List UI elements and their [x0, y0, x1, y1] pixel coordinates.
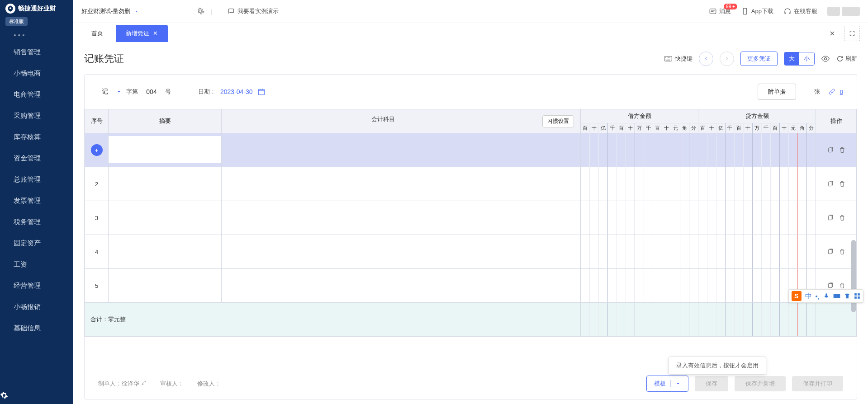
project-selector[interactable]: 好业财测试-量勿删 — [81, 7, 190, 15]
nav-item-basic[interactable]: 基础信息 — [0, 318, 73, 339]
nav-item-expense[interactable]: 小畅报销 — [0, 296, 73, 318]
nav-item-invoice[interactable]: 发票管理 — [0, 190, 73, 211]
ime-toolbox-icon[interactable] — [854, 293, 860, 299]
credit-cell[interactable] — [698, 167, 816, 201]
svg-rect-2 — [743, 8, 747, 14]
copy-row-icon[interactable] — [827, 180, 834, 188]
template-button[interactable]: 模板 — [646, 376, 688, 392]
summary-input[interactable] — [109, 136, 221, 163]
calendar-icon[interactable] — [257, 88, 266, 96]
voucher-number[interactable]: 004 — [142, 87, 161, 96]
summary-cell[interactable] — [109, 167, 222, 201]
voucher-card: 记 字第 004 号 日期： 2023-04-30 附单据 张 — [84, 74, 857, 399]
demo-link[interactable]: 我要看实例演示 — [228, 7, 279, 15]
delete-row-icon[interactable] — [839, 146, 846, 154]
ime-keyboard-icon[interactable] — [833, 293, 840, 299]
delete-row-icon[interactable] — [839, 214, 846, 221]
message-button[interactable]: 消息 99 + — [709, 7, 731, 15]
attach-button[interactable]: 附单据 — [758, 84, 796, 100]
nav-item-inventory[interactable]: 库存核算 — [0, 127, 73, 148]
table-row[interactable]: + — [85, 133, 857, 167]
avatar[interactable] — [827, 7, 860, 16]
account-cell[interactable] — [222, 201, 581, 235]
account-cell[interactable] — [222, 235, 581, 269]
nav-item-salary[interactable]: 工资 — [0, 254, 73, 275]
next-voucher-button[interactable] — [720, 52, 734, 66]
shortcut-button[interactable]: 快捷键 — [664, 55, 693, 63]
size-toggle[interactable]: 大 小 — [784, 52, 815, 66]
debit-cell[interactable] — [581, 235, 698, 269]
debit-cell[interactable] — [581, 201, 698, 235]
svg-rect-1 — [710, 9, 716, 14]
nav-item-truncated[interactable]: ▪ ▪ ▪ — [0, 28, 73, 42]
copy-row-icon[interactable] — [827, 146, 834, 154]
date-input[interactable]: 2023-04-30 — [220, 88, 253, 95]
copy-row-icon[interactable] — [827, 282, 834, 289]
edit-icon[interactable] — [141, 380, 147, 385]
account-cell[interactable] — [222, 167, 581, 201]
attachment-icon[interactable] — [828, 88, 835, 95]
voucher-table: 序号 摘要 会计科目 习惯设置 借方金额 百十亿千百十万千百十元角分 — [85, 109, 857, 337]
attach-count[interactable]: 0 — [840, 89, 843, 95]
nav-item-funds[interactable]: 资金管理 — [0, 148, 73, 169]
ime-toolbar[interactable]: S 中 •, — [788, 289, 863, 303]
tooltip: 录入有效信息后，按钮才会启用 — [669, 357, 766, 375]
settings-gear[interactable] — [0, 387, 73, 404]
habit-settings-button[interactable]: 习惯设置 — [542, 115, 574, 127]
nav-item-tax[interactable]: 税务管理 — [0, 211, 73, 233]
summary-cell[interactable] — [109, 235, 222, 269]
ime-punct-icon[interactable]: •, — [816, 292, 820, 300]
delete-row-icon[interactable] — [839, 180, 846, 188]
app-download-button[interactable]: App下载 — [741, 7, 773, 15]
close-all-tabs[interactable] — [825, 26, 840, 41]
ime-mic-icon[interactable] — [823, 293, 830, 299]
nav-item-purchase[interactable]: 采购管理 — [0, 105, 73, 127]
svg-rect-10 — [828, 283, 832, 287]
ime-lang[interactable]: 中 — [805, 292, 812, 301]
gear-icon[interactable] — [196, 7, 204, 15]
copy-row-icon[interactable] — [827, 248, 834, 255]
close-icon[interactable]: ✕ — [153, 30, 158, 37]
credit-cell[interactable] — [698, 133, 816, 167]
delete-row-icon[interactable] — [839, 248, 846, 255]
svg-rect-7 — [828, 182, 832, 186]
ime-skin-icon[interactable] — [844, 293, 850, 299]
visibility-button[interactable] — [821, 54, 830, 63]
size-large[interactable]: 大 — [784, 52, 799, 65]
table-row[interactable]: 4 — [85, 235, 857, 269]
account-cell[interactable] — [222, 269, 581, 303]
chevron-down-icon[interactable] — [116, 89, 122, 94]
nav-item-ecommerce[interactable]: 电商管理 — [0, 84, 73, 105]
tab-new-voucher[interactable]: 新增凭证 ✕ — [116, 25, 168, 42]
table-row[interactable]: 3 — [85, 201, 857, 235]
voucher-type[interactable]: 记 — [98, 87, 112, 97]
debit-cell[interactable] — [581, 133, 698, 167]
add-row-button[interactable]: + — [91, 144, 103, 156]
credit-cell[interactable] — [698, 201, 816, 235]
table-row[interactable]: 2 — [85, 167, 857, 201]
keyboard-icon — [664, 56, 672, 62]
debit-cell[interactable] — [581, 269, 698, 303]
prev-voucher-button[interactable] — [699, 52, 713, 66]
svg-point-4 — [825, 58, 827, 60]
more-vouchers-button[interactable]: 更多凭证 — [740, 52, 778, 66]
credit-cell[interactable] — [698, 235, 816, 269]
nav-item-fixed-assets[interactable]: 固定资产 — [0, 233, 73, 254]
size-small[interactable]: 小 — [799, 52, 814, 65]
account-cell[interactable] — [222, 133, 581, 167]
nav-item-ecommerce-mini[interactable]: 小畅电商 — [0, 63, 73, 84]
delete-row-icon[interactable] — [839, 282, 846, 289]
summary-cell[interactable] — [109, 201, 222, 235]
online-service-button[interactable]: 在线客服 — [783, 7, 817, 15]
copy-row-icon[interactable] — [827, 214, 834, 221]
nav-item-gl[interactable]: 总账管理 — [0, 169, 73, 190]
nav-item-sales[interactable]: 销售管理 — [0, 42, 73, 63]
debit-cell[interactable] — [581, 167, 698, 201]
summary-cell[interactable] — [109, 269, 222, 303]
nav-item-operation[interactable]: 经营管理 — [0, 275, 73, 296]
tab-home[interactable]: 首页 — [81, 25, 113, 42]
fullscreen-button[interactable] — [844, 26, 860, 41]
nav: ▪ ▪ ▪ 销售管理 小畅电商 电商管理 采购管理 库存核算 资金管理 总账管理… — [0, 28, 73, 387]
table-row[interactable]: 5 — [85, 269, 857, 303]
refresh-button[interactable]: 刷新 — [836, 55, 857, 63]
